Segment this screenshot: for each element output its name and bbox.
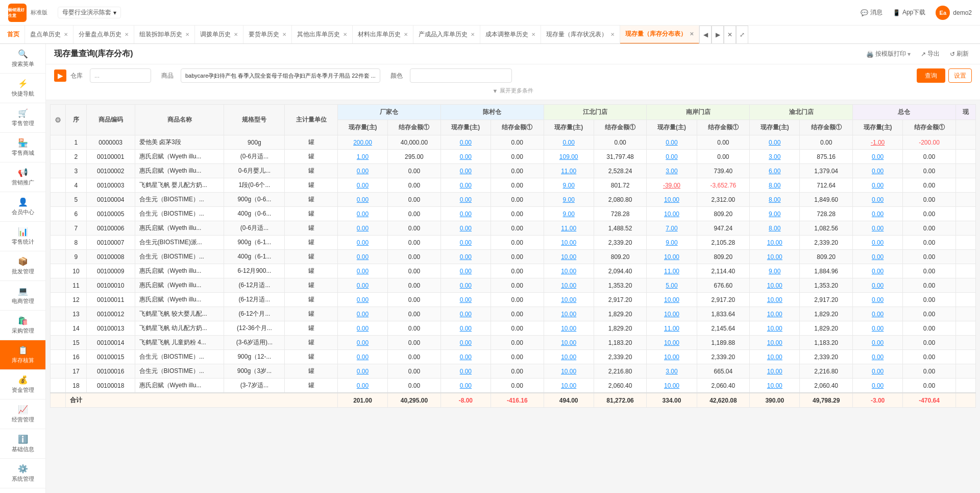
system-icon: ⚙️	[18, 464, 28, 474]
tab-demand[interactable]: 要货单历史✕	[243, 26, 292, 44]
sidebar-item-cooperation[interactable]: 🤝企业协同	[0, 488, 45, 493]
filter-row-1: ▶ 仓库 ... 商品 babycare孕妇待产包 春季入院全套母子组合孕妇产后…	[54, 68, 972, 83]
table-row: 8 00100007 合生元(BIOSTIME)派... 900g（6-1...…	[51, 236, 976, 250]
main-content: 现存量查询(库存分布) 🖨️ 按模版打印 ▾ ↗ 导出 ↺ 刷新	[46, 44, 980, 493]
sidebar-item-retail_stat[interactable]: 📊零售统计	[0, 222, 45, 251]
sidebar-item-search[interactable]: 🔍搜索英单	[0, 44, 45, 74]
sidebar-item-basic[interactable]: ℹ️基础信息	[0, 429, 45, 459]
tab-close-stock_dist[interactable]: ✕	[690, 31, 694, 37]
top-right: 💬 消息 📱 App下载 Ea demo2	[861, 6, 972, 20]
refresh-icon: ↺	[950, 51, 955, 58]
jb-qty-header: 现存量(主)	[544, 120, 594, 135]
tab-expand-btn[interactable]: ⤢	[736, 26, 748, 44]
tab-stock_status[interactable]: 现存量（库存状况表）✕	[541, 26, 620, 44]
tab-stocktake[interactable]: 盘点单历史✕	[25, 26, 74, 44]
table-row: 9 00100008 合生元（BIOSTIME）... 400g（6-1... …	[51, 250, 976, 264]
sidebar-item-purchase[interactable]: 🛍️采购管理	[0, 311, 45, 340]
main-layout: 🔍搜索英单⚡快捷导航🛒零售管理🏪零售商城📢营销推广👤会员中心📊零售统计📦批发管理…	[0, 44, 980, 493]
tab-cost_adjust[interactable]: 成本调整单历史✕	[480, 26, 541, 44]
cj-amt-header: 结存金额①	[388, 120, 441, 135]
cc-group-header: 陈村仓	[440, 105, 544, 120]
sidebar-item-marketing[interactable]: 📢营销推广	[0, 162, 45, 192]
retail_mgmt-icon: 🛒	[18, 108, 28, 118]
tab-stock_dist[interactable]: 现存量（库存分布表）✕	[620, 26, 699, 44]
jb-amt-header: 结存金额①	[594, 120, 647, 135]
industry-selector[interactable]: 母婴行业演示陈套 ▾	[58, 7, 121, 18]
col-name-header: 商品名称	[135, 105, 224, 135]
table-row: 16 00100015 合生元（BIOSTIME）... 900g（12-...…	[51, 350, 976, 364]
export-btn[interactable]: ↗ 导出	[918, 48, 943, 60]
tab-close-product_in[interactable]: ✕	[471, 32, 475, 37]
sidebar-item-ecommerce[interactable]: 💻电商管理	[0, 281, 45, 311]
tab-close-cost_adjust[interactable]: ✕	[531, 32, 535, 37]
operations-icon: 📈	[18, 405, 28, 414]
tab-bar: 首页盘点单历史✕分量盘点单历史✕组装拆卸单历史✕调拨单历史✕要货单历史✕其他出库…	[0, 26, 980, 44]
tab-close-stock_status[interactable]: ✕	[610, 32, 615, 37]
table-row: 17 00100016 合生元（BIOSTIME）... 900g（3岁... …	[51, 364, 976, 379]
tab-close-other_out[interactable]: ✕	[343, 32, 347, 37]
tab-close-all-btn[interactable]: ✕	[724, 26, 736, 44]
retail_shop-icon: 🏪	[18, 138, 28, 148]
sidebar-item-finance[interactable]: 💰资金管理	[0, 370, 45, 400]
member-icon: 👤	[18, 197, 28, 207]
sidebar-item-system[interactable]: ⚙️系统管理	[0, 459, 45, 488]
warehouse-input[interactable]: ...	[90, 68, 151, 83]
msg-btn[interactable]: 💬 消息	[861, 8, 883, 17]
app-download-btn[interactable]: 📱 App下载	[893, 8, 925, 17]
sidebar-item-retail_shop[interactable]: 🏪零售商城	[0, 133, 45, 162]
table-row: 11 00100010 惠氏启赋（Wyeth illu... (6-12月适..…	[51, 278, 976, 293]
export-icon: ↗	[921, 51, 926, 58]
expand-row[interactable]: ▼ 展开更多条件	[54, 86, 972, 96]
marketing-icon: 📢	[18, 168, 28, 177]
table-row: 3 00100002 惠氏启赋（Wyeth illu... 0-6月婴儿... …	[51, 164, 976, 178]
search-btn[interactable]: 查询	[917, 68, 945, 83]
print-btn[interactable]: 🖨️ 按模版打印 ▾	[863, 48, 914, 60]
tab-close-transfer[interactable]: ✕	[234, 32, 238, 37]
tab-transfer[interactable]: 调拨单历史✕	[195, 26, 243, 44]
current-group-header: 现	[955, 105, 975, 120]
table-container: ⚙ 序 商品编码 商品名称 规格型号 主计量单位 厂家仓 陈村仓 江北门店 南岸…	[46, 100, 980, 493]
sidebar-item-member[interactable]: 👤会员中心	[0, 192, 45, 222]
table-row: 10 00100009 惠氏启赋（Wyeth illu... 6-12月900.…	[51, 264, 976, 278]
tab-assemble[interactable]: 组装拆卸单历史✕	[134, 26, 195, 44]
tab-next-btn[interactable]: ▶	[712, 26, 724, 44]
sidebar-item-operations[interactable]: 📈经营管理	[0, 400, 45, 429]
na-qty-header: 现存量(主)	[647, 120, 697, 135]
quicknav-icon: ⚡	[18, 79, 28, 88]
tab-product_in[interactable]: 产成品入库单历史✕	[413, 26, 480, 44]
inventory-icon: 📋	[18, 345, 28, 355]
tab-material_out[interactable]: 材料出库单历史✕	[353, 26, 413, 44]
color-input[interactable]	[410, 68, 512, 83]
tab-close-assemble[interactable]: ✕	[185, 32, 189, 37]
tab-close-stocktake[interactable]: ✕	[64, 32, 68, 37]
print-icon: 🖨️	[866, 51, 874, 58]
filter-toggle-btn[interactable]: ▶	[54, 69, 66, 82]
tab-part_stocktake[interactable]: 分量盘点单历史✕	[74, 26, 134, 44]
col-settings-header[interactable]: ⚙	[51, 105, 66, 135]
finance-icon: 💰	[18, 375, 28, 385]
table-row: 2 00100001 惠氏启赋（Wyeth illu... (0-6月适... …	[51, 150, 976, 164]
user-area[interactable]: Ea demo2	[936, 6, 972, 20]
refresh-btn[interactable]: ↺ 刷新	[947, 48, 972, 60]
tab-close-material_out[interactable]: ✕	[404, 32, 408, 37]
yb-group-header: 渝北门店	[750, 105, 853, 120]
msg-icon: 💬	[861, 9, 868, 16]
table-row: 12 00100011 惠氏启赋（Wyeth illu... (6-12月适..…	[51, 293, 976, 307]
sidebar-item-inventory[interactable]: 📋库存核算	[0, 340, 45, 370]
sidebar-item-retail_mgmt[interactable]: 🛒零售管理	[0, 103, 45, 133]
sidebar-item-wholesale[interactable]: 📦批发管理	[0, 251, 45, 281]
retail_stat-icon: 📊	[18, 227, 28, 237]
col-group-header-row: ⚙ 序 商品编码 商品名称 规格型号 主计量单位 厂家仓 陈村仓 江北门店 南岸…	[51, 105, 976, 120]
tab-prev-btn[interactable]: ◀	[699, 26, 712, 44]
basic-icon: ℹ️	[18, 434, 28, 444]
tab-close-demand[interactable]: ✕	[282, 32, 286, 37]
tab-other_out[interactable]: 其他出库单历史✕	[292, 26, 353, 44]
avatar: Ea	[936, 6, 950, 20]
tab-close-part_stocktake[interactable]: ✕	[125, 32, 129, 37]
logo-icon: 畅销通好生意	[8, 4, 27, 22]
sidebar-item-quicknav[interactable]: ⚡快捷导航	[0, 74, 45, 103]
purchase-icon: 🛍️	[18, 316, 28, 325]
tab-home[interactable]: 首页	[2, 26, 25, 44]
goods-input[interactable]: babycare孕妇待产包 春季入院全套母子组合孕妇产后冬季月子用品 22件套 …	[181, 68, 380, 83]
setting-btn[interactable]: 设置	[948, 68, 972, 83]
